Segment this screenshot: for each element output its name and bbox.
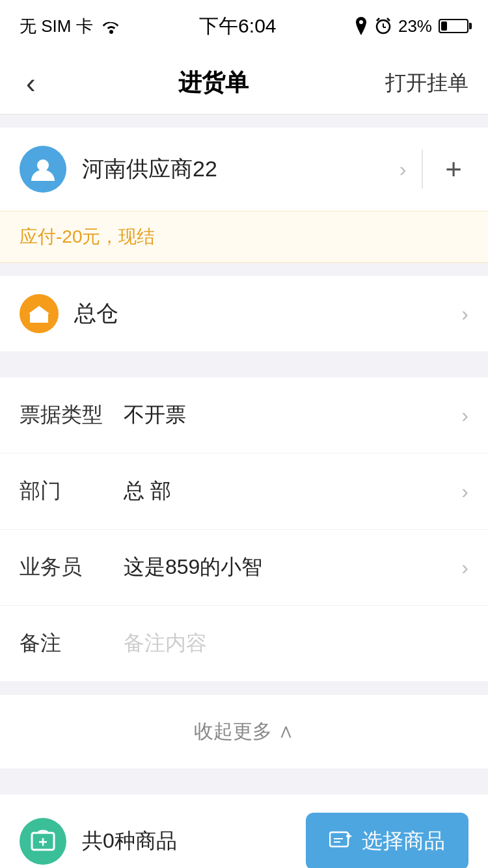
invoice-type-chevron-icon: › <box>461 403 468 427</box>
warehouse-icon-circle <box>20 294 59 333</box>
collapse-text: 收起更多 ∧ <box>194 718 293 745</box>
battery-icon <box>439 19 468 33</box>
warehouse-row[interactable]: 总仓 › <box>0 276 488 351</box>
invoice-type-row[interactable]: 票据类型 不开票 › <box>0 377 488 454</box>
department-chevron-icon: › <box>461 480 468 504</box>
warehouse-name: 总仓 <box>74 299 461 329</box>
form-section: 票据类型 不开票 › 部门 总 部 › 业务员 这是859的小智 › 备注 备注… <box>0 377 488 681</box>
carrier-text: 无 SIM 卡 <box>20 15 93 38</box>
department-value: 总 部 <box>111 477 461 506</box>
form-divider <box>0 351 488 364</box>
product-icon-circle <box>20 818 66 865</box>
supplier-avatar <box>20 146 66 193</box>
warehouse-icon <box>27 302 51 325</box>
top-divider <box>0 115 488 128</box>
select-product-icon <box>329 829 353 854</box>
page-title: 进货单 <box>178 67 249 99</box>
supplier-row[interactable]: 河南供应商22 › + <box>0 128 488 211</box>
bottom-divider <box>0 768 488 781</box>
salesperson-row[interactable]: 业务员 这是859的小智 › <box>0 530 488 606</box>
invoice-type-label: 票据类型 <box>20 401 111 429</box>
svg-line-4 <box>387 18 390 21</box>
cart-icon <box>29 828 57 855</box>
select-product-button[interactable]: 选择商品 <box>306 813 468 868</box>
remark-row[interactable]: 备注 备注内容 <box>0 606 488 681</box>
department-label: 部门 <box>20 477 111 506</box>
warehouse-card: 总仓 › <box>0 276 488 351</box>
notice-bar: 应付-20元，现结 <box>0 211 488 263</box>
bottom-bar: 共0种商品 选择商品 <box>0 794 488 868</box>
remark-input[interactable]: 备注内容 <box>111 629 468 658</box>
middle-divider <box>0 263 488 276</box>
location-icon <box>354 17 368 35</box>
status-bar-right: 23% <box>354 16 468 36</box>
alarm-icon <box>375 17 392 35</box>
status-bar: 无 SIM 卡 下午6:04 23% <box>0 0 488 52</box>
svg-line-3 <box>377 18 379 21</box>
status-bar-left: 无 SIM 卡 <box>20 15 122 38</box>
user-icon <box>29 155 57 183</box>
wifi-icon <box>101 18 122 34</box>
supplier-card: 河南供应商22 › + 应付-20元，现结 <box>0 128 488 263</box>
remark-label: 备注 <box>20 629 111 658</box>
invoice-type-value: 不开票 <box>111 401 461 429</box>
supplier-chevron-icon: › <box>400 157 407 182</box>
svg-point-5 <box>37 159 49 171</box>
nav-bar: ‹ 进货单 打开挂单 <box>0 52 488 115</box>
battery-text: 23% <box>398 16 432 36</box>
supplier-divider <box>422 150 423 189</box>
product-count-text: 共0种商品 <box>82 827 306 856</box>
salesperson-label: 业务员 <box>20 553 111 582</box>
supplier-name: 河南供应商22 <box>82 154 400 184</box>
battery-fill <box>441 21 447 31</box>
status-time: 下午6:04 <box>199 13 276 40</box>
svg-rect-7 <box>36 316 42 323</box>
department-row[interactable]: 部门 总 部 › <box>0 454 488 530</box>
salesperson-chevron-icon: › <box>461 556 468 580</box>
warehouse-chevron-icon: › <box>461 302 468 326</box>
collapse-bar[interactable]: 收起更多 ∧ <box>0 694 488 768</box>
open-pending-button[interactable]: 打开挂单 <box>385 69 468 98</box>
back-button[interactable]: ‹ <box>20 61 42 106</box>
notice-text: 应付-20元，现结 <box>20 226 155 247</box>
add-supplier-button[interactable]: + <box>439 153 468 185</box>
select-product-label: 选择商品 <box>362 827 445 856</box>
salesperson-value: 这是859的小智 <box>111 553 461 582</box>
